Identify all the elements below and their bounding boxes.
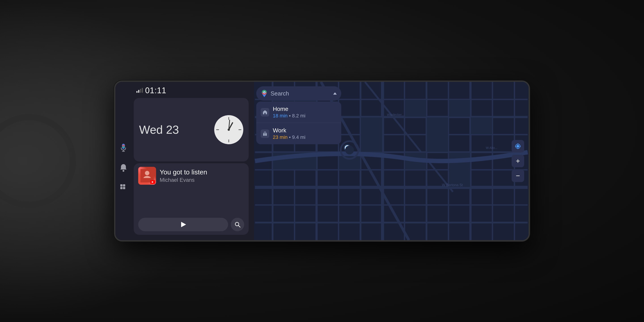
- svg-rect-54: [427, 118, 448, 152]
- status-bar: 01:11: [131, 82, 251, 97]
- music-text: You got to listen Michael Evans: [160, 168, 244, 183]
- work-separator: •: [289, 134, 292, 140]
- android-auto-display: 01:11 Wed 23: [114, 80, 530, 242]
- play-icon: [181, 222, 186, 227]
- music-controls: [138, 218, 244, 231]
- microphone-button[interactable]: [118, 143, 129, 154]
- search-text: Search: [270, 90, 330, 97]
- svg-rect-53: [405, 100, 426, 117]
- svg-rect-9: [120, 187, 122, 189]
- home-details: 18 min • 8.2 mi: [273, 113, 306, 119]
- svg-rect-55: [449, 100, 470, 117]
- song-title: You got to listen: [160, 168, 244, 176]
- map-controls: + −: [512, 140, 524, 182]
- work-time: 23 min: [273, 134, 288, 140]
- zoom-in-icon: +: [516, 158, 520, 164]
- svg-point-70: [264, 92, 265, 93]
- svg-rect-56: [471, 118, 492, 134]
- left-panel: 01:11 Wed 23: [116, 82, 254, 240]
- date-clock-widget: Wed 23: [134, 98, 249, 162]
- analog-clock: [214, 115, 243, 144]
- album-art: [138, 167, 156, 185]
- my-location-button[interactable]: [512, 140, 524, 152]
- home-icon: [261, 108, 269, 116]
- signal-indicator: [136, 88, 143, 93]
- svg-rect-10: [123, 187, 125, 189]
- svg-point-18: [228, 128, 230, 131]
- sidebar: [116, 82, 132, 240]
- music-widget: You got to listen Michael Evans: [134, 163, 249, 235]
- home-label: Home: [273, 106, 306, 112]
- music-search-button[interactable]: [231, 218, 244, 231]
- zoom-out-icon: −: [516, 172, 520, 179]
- svg-rect-52: [361, 118, 382, 152]
- svg-rect-2: [122, 146, 125, 148]
- home-destination[interactable]: Home 18 min • 8.2 mi: [256, 102, 341, 123]
- navigation-overlay: Search Home 18 min •: [256, 86, 341, 144]
- music-info: You got to listen Michael Evans: [138, 167, 244, 185]
- svg-line-24: [238, 226, 240, 227]
- artist-name: Michael Evans: [160, 177, 244, 183]
- maps-icon: [261, 90, 268, 97]
- home-time: 18 min: [273, 113, 288, 118]
- svg-text:W Alto...: W Alto...: [486, 146, 497, 150]
- home-info: Home 18 min • 8.2 mi: [273, 106, 306, 119]
- svg-rect-1: [122, 145, 125, 146]
- home-separator: •: [289, 113, 292, 118]
- apps-grid-button[interactable]: [118, 182, 129, 193]
- work-label: Work: [273, 127, 306, 134]
- svg-text:W Bertona St: W Bertona St: [442, 183, 463, 187]
- zoom-in-button[interactable]: +: [512, 155, 524, 167]
- zoom-out-button[interactable]: −: [512, 170, 524, 182]
- map-panel: 15th Ave W W Bertona St W Alto... Wardec…: [254, 82, 528, 240]
- svg-rect-7: [120, 184, 122, 186]
- svg-point-20: [145, 171, 149, 175]
- svg-text:Wardecker...: Wardecker...: [387, 113, 404, 116]
- widget-area: Wed 23: [131, 97, 251, 238]
- search-bar[interactable]: Search: [256, 86, 341, 100]
- date-display: Wed 23: [139, 123, 179, 136]
- svg-point-73: [516, 145, 519, 148]
- home-distance: 8.2 mi: [292, 113, 306, 118]
- play-button[interactable]: [138, 218, 228, 231]
- suggestions-panel: Home 18 min • 8.2 mi: [256, 102, 341, 144]
- collapse-icon: [333, 92, 337, 94]
- work-destination[interactable]: Work 23 min • 9.4 mi: [256, 123, 341, 144]
- svg-rect-8: [123, 184, 125, 186]
- time-display: 01:11: [145, 86, 166, 95]
- svg-point-6: [122, 170, 124, 172]
- work-info: Work 23 min • 9.4 mi: [273, 127, 306, 140]
- work-distance: 9.4 mi: [292, 134, 306, 140]
- work-icon: [261, 130, 269, 138]
- svg-rect-60: [449, 153, 470, 187]
- notifications-button[interactable]: [118, 162, 129, 173]
- svg-point-68: [345, 146, 354, 154]
- youtube-badge: [150, 180, 155, 184]
- work-details: 23 min • 9.4 mi: [273, 134, 306, 140]
